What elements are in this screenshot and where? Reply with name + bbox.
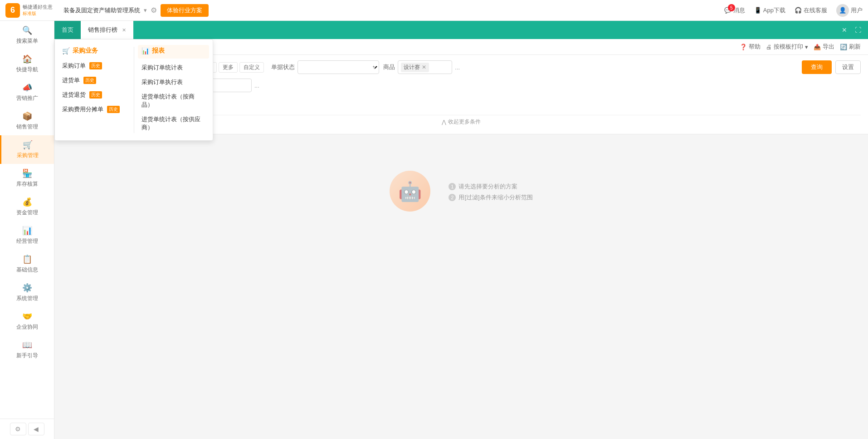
sidebar-item-inventory[interactable]: 🏪 库存核算 [0,164,54,192]
history-badge-3: 历史 [107,106,120,113]
sidebar-settings-btn[interactable]: ⚙ [10,423,26,435]
tip-text-1: 请先选择要分析的方案 [458,183,517,191]
tip-text-2: 用[过滤]条件来缩小分析范围 [458,193,532,202]
menu-item-purchase-order[interactable]: 采购订单 历史 [59,59,130,73]
menu-item-incoming[interactable]: 进货单 历史 [59,73,130,88]
history-badge-1: 历史 [83,77,96,84]
report-menu-section: 📊 报表 采购订单统计表 采购订单执行表 进货单统计表（按商品） 进货单统计表（… [134,45,213,135]
sidebar-search-label: 搜索菜单 [16,37,38,45]
headset-icon: 🎧 [795,7,802,14]
goods-label: 商品 [383,63,395,71]
purchase-section-icon: 🛒 [62,47,70,54]
industry-button[interactable]: 体验行业方案 [161,4,209,17]
print-icon: 🖨 [766,44,772,50]
date-custom-btn[interactable]: 自定义 [239,62,264,73]
search-icon: 🔍 [22,25,32,35]
sidebar-item-purchase[interactable]: 🛒 采购管理 [0,135,54,164]
tab-controls: ✕ ⛶ [838,24,868,36]
set-button[interactable]: 设置 [835,60,861,74]
sidebar-system-label: 系统管理 [16,295,38,302]
tab-sales-rank[interactable]: 销售排行榜 ✕ [81,21,133,39]
incoming-stats-supplier-label: 进货单统计表（按供应商） [141,115,206,132]
sidebar-item-capital[interactable]: 💰 资金管理 [0,192,54,221]
operation-icon: 📊 [22,226,32,236]
empty-state: 🤖 1 请先选择要分析的方案 2 用[过滤]条件来缩小分析范围 [54,134,868,252]
sidebar-item-sales[interactable]: 📦 销售管理 [0,107,54,135]
sidebar-marketing-label: 营销推广 [16,94,38,102]
system-title: 装备及固定资产辅助管理系统 [63,6,140,15]
user-avatar: 👤 [836,4,849,17]
print-label: 按模板打印 [774,43,803,51]
tab-home-label: 首页 [62,26,73,34]
app-download-label: App下载 [763,6,785,15]
logo-area: 6 畅捷通好生意 标准版 [5,3,60,18]
sidebar-purchase-label: 采购管理 [17,152,39,159]
goods-tag: 设计赛 ✕ [401,63,429,72]
sidebar-item-guide[interactable]: 📖 新手引导 [0,335,54,364]
sidebar-item-marketing[interactable]: 📣 营销推广 [0,78,54,107]
bill-status-select[interactable] [297,60,379,74]
tab-close-window-icon[interactable]: ✕ [838,24,851,36]
purchase-icon: 🛒 [23,140,33,150]
menu-item-expense[interactable]: 采购费用分摊单 历史 [59,102,130,117]
goods-more-dots[interactable]: ... [455,64,460,71]
menu-item-return[interactable]: 进货退货 历史 [59,88,130,102]
sidebar-item-enterprise[interactable]: 🤝 企业协同 [0,307,54,335]
collapse-label: 收起更多条件 [448,118,481,126]
menu-item-incoming-stats-goods[interactable]: 进货单统计表（按商品） [138,89,210,112]
salesman-more-dots[interactable]: ... [254,82,259,89]
report-section-label: 报表 [152,47,165,55]
incoming-label: 进货单 [62,76,80,84]
refresh-button[interactable]: 🔄 刷新 [840,43,861,51]
menu-item-order-stats[interactable]: 采购订单统计表 [138,60,210,75]
message-action[interactable]: 💬 5 消息 [724,6,745,15]
sidebar-item-system[interactable]: ⚙️ 系统管理 [0,278,54,307]
tab-maximize-icon[interactable]: ⛶ [852,24,864,36]
tab-close-icon[interactable]: ✕ [122,27,126,33]
empty-illustration: 🤖 [390,171,435,216]
sidebar-item-search[interactable]: 🔍 搜索菜单 [0,21,54,49]
app-download-action[interactable]: 📱 App下载 [754,6,785,15]
query-button[interactable]: 查询 [802,60,832,74]
order-exec-label: 采购订单执行表 [141,78,183,86]
online-service-action[interactable]: 🎧 在线客服 [795,6,827,15]
sidebar-item-quick-nav[interactable]: 🏠 快捷导航 [0,49,54,78]
refresh-icon: 🔄 [840,44,847,50]
print-button[interactable]: 🖨 按模板打印 ▾ [766,43,808,51]
history-badge-0: 历史 [89,62,102,69]
purchase-section-label: 采购业务 [73,47,98,55]
tab-bar: 首页 销售排行榜 ✕ ✕ ⛶ [54,21,868,39]
return-label: 进货退货 [62,91,86,99]
dropdown-menu: 🛒 采购业务 采购订单 历史 进货单 历史 进货退货 历史 采购费用分摊单 历史 [54,39,213,141]
sidebar-item-basic[interactable]: 📋 基础信息 [0,250,54,278]
sidebar-item-operation[interactable]: 📊 经营管理 [0,221,54,250]
logo-badge: 标准版 [23,10,53,17]
basic-icon: 📋 [22,254,32,264]
enterprise-icon: 🤝 [22,311,32,321]
export-button[interactable]: 📤 导出 [814,43,834,51]
goods-tag-close[interactable]: ✕ [422,64,426,70]
goods-tag-text: 设计赛 [404,64,420,71]
sidebar-collapse-btn[interactable]: ◀ [28,423,44,435]
goods-filter: 商品 设计赛 ✕ ... [383,60,460,74]
system-icon: ⚙️ [22,283,32,293]
tip-num-2: 2 [449,194,456,201]
user-action[interactable]: 👤 用户 [836,4,863,17]
menu-item-order-exec[interactable]: 采购订单执行表 [138,75,210,89]
export-icon: 📤 [814,44,821,50]
menu-item-incoming-stats-supplier[interactable]: 进货单统计表（按供应商） [138,112,210,135]
system-dropdown-icon[interactable]: ▾ [144,7,147,14]
date-more-btn[interactable]: 更多 [219,62,238,73]
report-section-title: 📊 报表 [138,45,210,59]
history-badge-2: 历史 [89,91,102,99]
tab-home[interactable]: 首页 [54,21,81,39]
tip-num-1: 1 [449,183,456,190]
sidebar: 🔍 搜索菜单 🏠 快捷导航 📣 营销推广 📦 销售管理 🛒 采购管理 🏪 库存核… [0,21,54,439]
help-button[interactable]: ❓ 帮助 [740,43,761,51]
app-logo: 6 [5,3,20,18]
inventory-icon: 🏪 [22,168,32,178]
empty-content: 🤖 1 请先选择要分析的方案 2 用[过滤]条件来缩小分析范围 [390,171,532,216]
sidebar-inventory-label: 库存核算 [16,180,38,188]
sidebar-bottom: ⚙ ◀ [0,419,54,439]
settings-icon[interactable]: ⚙ [151,6,157,15]
